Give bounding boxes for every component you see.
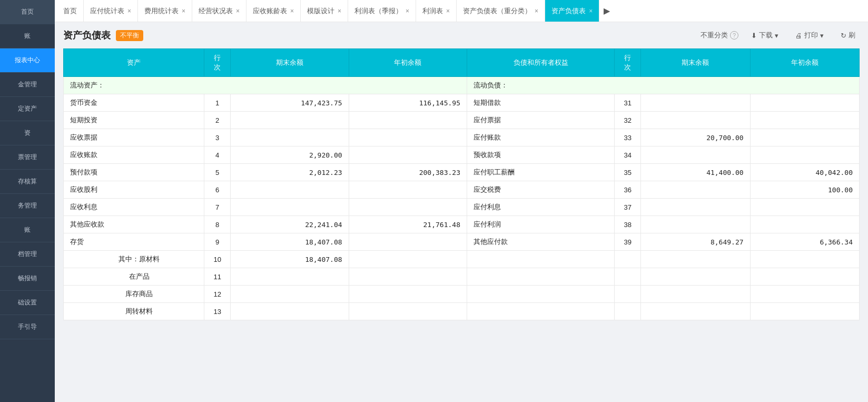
liability-row-num: 37 — [615, 199, 641, 216]
refresh-button[interactable]: ↻ 刷 — [836, 28, 860, 42]
asset-name: 在产品 — [64, 268, 204, 286]
content-area: 资产负债表 不平衡 不重分类 ? ⬇ 下载 ▾ 🖨 打印 ▾ — [55, 22, 868, 402]
tab-close-operation-stat[interactable]: × — [236, 7, 240, 15]
download-button[interactable]: ⬇ 下载 ▾ — [747, 28, 783, 42]
asset-row-num: 12 — [204, 286, 231, 303]
tab-operation-stat[interactable]: 经营状况表 × — [192, 0, 246, 22]
asset-row-num: 1 — [204, 94, 231, 112]
liability-begin-balance — [750, 199, 859, 216]
asset-name: 周转材料 — [64, 303, 204, 320]
asset-end-balance — [231, 268, 349, 286]
tab-close-profit-quarterly[interactable]: × — [406, 7, 409, 15]
tab-expense-stat[interactable]: 费用统计表 × — [138, 0, 192, 22]
sidebar-item-affairs-mgmt[interactable]: 务管理 — [0, 194, 55, 218]
liability-row-num: 34 — [615, 146, 641, 164]
asset-begin-balance — [349, 251, 467, 268]
sidebar-item-home[interactable]: 首页 — [0, 0, 55, 24]
tab-close-template-design[interactable]: × — [338, 7, 341, 15]
liability-end-balance — [641, 181, 750, 199]
liability-end-balance — [641, 94, 750, 112]
tab-profit[interactable]: 利润表 × — [416, 0, 457, 22]
asset-name: 库存商品 — [64, 286, 204, 303]
tab-close-balance-reclassify[interactable]: × — [535, 7, 538, 15]
table-row: 预付款项 5 2,012.23 200,383.23 应付职工薪酬 35 41,… — [64, 164, 860, 181]
liability-begin-balance — [750, 251, 859, 268]
print-button[interactable]: 🖨 打印 ▾ — [791, 28, 828, 42]
sidebar-item-ledger[interactable]: 账 — [0, 218, 55, 242]
liability-name: 应付职工薪酬 — [467, 164, 614, 181]
tab-receivable-aging[interactable]: 应收账龄表 × — [246, 0, 301, 22]
tab-close-expense-stat[interactable]: × — [182, 7, 185, 15]
tab-close-profit[interactable]: × — [446, 7, 450, 15]
col-header-asset: 资产 — [64, 49, 204, 77]
sidebar-item-doc-mgmt[interactable]: 档管理 — [0, 242, 55, 267]
no-reclassify-label: 不重分类 ? — [701, 31, 738, 40]
asset-end-balance — [231, 129, 349, 146]
asset-name: 预付款项 — [64, 164, 204, 181]
tab-profit-quarterly[interactable]: 利润表（季报） × — [348, 0, 416, 22]
sidebar-item-ticket-mgmt[interactable]: 票管理 — [0, 145, 55, 170]
tab-close-receivable-aging[interactable]: × — [290, 7, 294, 15]
col-header-row-num: 行次 — [204, 49, 231, 77]
asset-name: 应收账款 — [64, 146, 204, 164]
asset-name: 应收股利 — [64, 181, 204, 199]
table-row: 存货 9 18,407.08 其他应付款 39 8,649.27 6,366.3… — [64, 233, 860, 251]
liability-end-balance — [641, 146, 750, 164]
liability-row-num — [615, 268, 641, 286]
sidebar-item-fixed-assets[interactable]: 定资产 — [0, 97, 55, 121]
tab-template-design[interactable]: 模版设计 × — [301, 0, 348, 22]
table-row: 短期投资 2 应付票据 32 — [64, 112, 860, 129]
liability-begin-balance: 100.00 — [750, 181, 859, 199]
asset-end-balance — [231, 199, 349, 216]
tab-home[interactable]: 首页 — [57, 0, 84, 22]
page-title-area: 资产负债表 不平衡 — [63, 29, 143, 42]
sidebar-item-invest[interactable]: 资 — [0, 121, 55, 145]
page-actions: 不重分类 ? ⬇ 下载 ▾ 🖨 打印 ▾ ↻ 刷 — [701, 28, 860, 42]
download-chevron-icon: ▾ — [775, 32, 778, 40]
tab-close-payable-stat[interactable]: × — [127, 7, 131, 15]
refresh-icon: ↻ — [841, 32, 846, 40]
tab-payable-stat[interactable]: 应付统计表 × — [84, 0, 138, 22]
asset-name: 货币资金 — [64, 94, 204, 112]
liability-name: 短期借款 — [467, 94, 614, 112]
tab-scroll-arrow[interactable]: ▶ — [599, 6, 614, 16]
liability-name: 应付票据 — [467, 112, 614, 129]
asset-row-num: 7 — [204, 199, 231, 216]
asset-begin-balance — [349, 112, 467, 129]
liability-name — [467, 268, 614, 286]
print-icon: 🖨 — [795, 32, 802, 40]
asset-end-balance: 147,423.75 — [231, 94, 349, 112]
asset-begin-balance: 200,383.23 — [349, 164, 467, 181]
table-row: 其中：原材料 10 18,407.08 — [64, 251, 860, 268]
asset-begin-balance — [349, 129, 467, 146]
sidebar-item-account[interactable]: 账 — [0, 24, 55, 48]
help-icon[interactable]: ? — [730, 31, 738, 40]
sidebar-item-basic-settings[interactable]: 础设置 — [0, 291, 55, 315]
tab-balance-sheet[interactable]: 资产负债表 × — [545, 0, 599, 22]
sidebar-item-report-center[interactable]: 报表中心 — [0, 48, 55, 73]
liability-name — [467, 286, 614, 303]
asset-begin-balance: 116,145.95 — [349, 94, 467, 112]
liability-begin-balance — [750, 129, 859, 146]
liability-begin-balance — [750, 216, 859, 233]
tab-balance-reclassify[interactable]: 资产负债表（重分类） × — [457, 0, 545, 22]
asset-row-num: 3 — [204, 129, 231, 146]
liability-name: 应交税费 — [467, 181, 614, 199]
table-row: 库存商品 12 — [64, 286, 860, 303]
liability-begin-balance — [750, 146, 859, 164]
asset-end-balance: 2,920.00 — [231, 146, 349, 164]
liability-end-balance — [641, 303, 750, 320]
sidebar-item-guide[interactable]: 手引导 — [0, 315, 55, 339]
col-header-row-num2: 行次 — [615, 49, 641, 77]
table-row: 货币资金 1 147,423.75 116,145.95 短期借款 31 — [64, 94, 860, 112]
asset-name: 其他应收款 — [64, 216, 204, 233]
asset-begin-balance — [349, 233, 467, 251]
sidebar-item-sales[interactable]: 畅报销 — [0, 267, 55, 291]
sidebar-item-fund-mgmt[interactable]: 金管理 — [0, 73, 55, 97]
table-row: 应收利息 7 应付利息 37 — [64, 199, 860, 216]
asset-begin-balance — [349, 268, 467, 286]
liability-name: 应付利润 — [467, 216, 614, 233]
tab-close-balance-sheet[interactable]: × — [589, 7, 593, 15]
sidebar-item-storage-settle[interactable]: 存核算 — [0, 170, 55, 194]
liability-end-balance — [641, 199, 750, 216]
